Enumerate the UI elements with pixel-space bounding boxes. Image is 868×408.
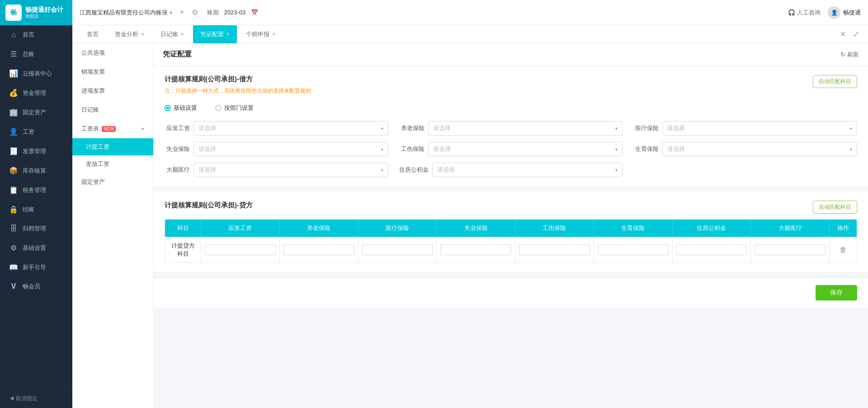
period-label: 账期: [207, 9, 219, 17]
sidebar-item-reports[interactable]: 📊 云报表中心: [0, 64, 72, 83]
sidebar-item-settings[interactable]: ⚙ 基础设置: [0, 238, 72, 258]
field-large-medical-select[interactable]: 请选择 ▾: [193, 163, 388, 177]
sidebar-item-ledger[interactable]: ☰ 总账: [0, 44, 72, 64]
th-unemployment: 失业保险: [437, 220, 515, 237]
left-menu: 公共选项 销项发票 进项发票 日记账 工资表 NEW ▾ 计提工资: [72, 43, 154, 408]
td-large-medical-input[interactable]: [755, 244, 826, 255]
field-pension-placeholder: 请选择: [433, 124, 451, 132]
tab-fund-analysis-close[interactable]: ×: [141, 31, 144, 38]
td-medical-input[interactable]: [362, 244, 433, 255]
field-housing-fund-select[interactable]: 请选择 ▾: [432, 163, 623, 177]
td-pension-val[interactable]: [280, 237, 359, 263]
field-pension-select[interactable]: 请选择 ▾: [428, 121, 623, 136]
field-unemployment-placeholder: 请选择: [198, 145, 216, 153]
close-all-button[interactable]: ✕: [838, 28, 848, 40]
calendar-icon[interactable]: 📅: [251, 9, 258, 16]
td-unemployment-input[interactable]: [440, 244, 511, 255]
td-maternity-input[interactable]: [598, 244, 669, 255]
radio-department[interactable]: 按部门设置: [215, 104, 254, 112]
td-injury-input[interactable]: [519, 244, 590, 255]
table-header: 科目 应发工资 养老保险 医疗保险 失业保险 工伤保险 生育保险 住房公积金 大…: [165, 220, 857, 237]
tax-icon: 📋: [9, 186, 18, 194]
sidebar-item-label: 发票管理: [23, 147, 46, 155]
menu-item-sales-invoice[interactable]: 销项发票: [72, 62, 153, 81]
tab-home[interactable]: 首页: [80, 25, 106, 43]
closing-icon: 🔒: [9, 205, 18, 214]
sidebar-item-salary[interactable]: 👤 工资: [0, 122, 72, 141]
menu-item-journal[interactable]: 日记账: [72, 100, 153, 119]
th-salary: 应发工资: [201, 220, 280, 237]
field-medical-placeholder: 请选择: [667, 124, 685, 132]
td-injury-val[interactable]: [515, 237, 594, 263]
large-medical-dropdown-icon: ▾: [381, 168, 383, 173]
sidebar-item-tax[interactable]: 📋 税务管理: [0, 180, 72, 200]
headset-icon: 🎧: [788, 9, 795, 16]
company-selector[interactable]: 江西服宝精品有限责任公司内账张 ▾: [80, 9, 172, 17]
injury-dropdown-icon: ▾: [615, 147, 618, 152]
radio-group: 基础设置 按部门设置: [165, 104, 857, 112]
chevron-down-icon: ▾: [142, 126, 144, 132]
tab-journal-label: 日记账: [160, 30, 178, 38]
tab-tax-report-close[interactable]: ×: [272, 31, 275, 38]
th-housing: 住房公积金: [673, 220, 751, 237]
logo-text: 畅捷通好会计 旗舰版: [25, 6, 63, 20]
tab-fund-analysis[interactable]: 资金分析 ×: [108, 25, 151, 43]
auto-match-credit-button[interactable]: 自动匹配科目: [813, 201, 857, 214]
menu-item-salary-accrual[interactable]: 计提工资: [72, 138, 153, 155]
right-panel: 凭证配置 ↻ 刷新 计提核算规则(公司承担)-借方 注：只能选择一种方式，系统将…: [154, 43, 868, 408]
sidebar-item-archive[interactable]: 🗄 归档管理: [0, 219, 72, 238]
tab-voucher-config[interactable]: 凭证配置 ×: [193, 25, 237, 43]
service-button[interactable]: 🎧 人工咨询: [788, 9, 821, 17]
td-housing-val[interactable]: [673, 237, 751, 263]
section1-content: 计提核算规则(公司承担)-借方 注：只能选择一种方式，系统将按照您当前的选择来配…: [165, 75, 311, 102]
td-unemployment-val[interactable]: [437, 237, 515, 263]
field-maternity-label: 生育保险: [633, 145, 659, 153]
td-housing-input[interactable]: [676, 244, 747, 255]
auto-match-debit-button[interactable]: 自动匹配科目: [813, 75, 857, 88]
save-button[interactable]: 保存: [816, 285, 857, 300]
tab-journal[interactable]: 日记账 ×: [153, 25, 191, 43]
cancel-pin-button[interactable]: ◀ 取消固定: [0, 389, 72, 408]
td-pension-input[interactable]: [283, 244, 354, 255]
td-medical-val[interactable]: [359, 237, 437, 263]
field-large-medical-label: 大额医疗: [165, 166, 190, 174]
field-maternity-select[interactable]: 请选择 ▾: [662, 142, 857, 156]
td-maternity-val[interactable]: [594, 237, 673, 263]
tab-tax-report[interactable]: 个税申报 ×: [239, 25, 283, 43]
refresh-button[interactable]: ↻ 刷新: [840, 51, 859, 59]
td-salary-input[interactable]: [205, 244, 276, 255]
field-injury-select[interactable]: 请选择 ▾: [428, 142, 623, 156]
radio-basic[interactable]: 基础设置: [165, 104, 197, 112]
menu-item-public[interactable]: 公共选项: [72, 43, 153, 62]
medical-dropdown-icon: ▾: [850, 126, 852, 131]
sidebar-item-funds[interactable]: 💰 资金管理: [0, 83, 72, 103]
menu-item-salary-payment[interactable]: 发放工资: [72, 155, 153, 173]
menu-item-fixed-assets[interactable]: 固定资产: [72, 173, 153, 192]
tab-journal-close[interactable]: ×: [181, 31, 184, 38]
sidebar-item-invoice[interactable]: 🧾 发票管理: [0, 141, 72, 161]
sidebar-item-assets[interactable]: 🏢 固定资产: [0, 103, 72, 122]
field-salary-select[interactable]: 请选择 ▾: [193, 121, 388, 136]
menu-group-salary-table[interactable]: 工资表 NEW ▾: [72, 119, 153, 138]
expand-button[interactable]: ⤢: [851, 28, 861, 40]
td-salary-val[interactable]: [201, 237, 280, 263]
sidebar: 畅 畅捷通好会计 旗舰版 ⌂ 首页 ☰ 总账 📊 云报表中心 💰 资金管理 🏢 …: [0, 0, 72, 408]
sidebar-item-inventory[interactable]: 📦 库存核算: [0, 161, 72, 180]
field-injury: 工伤保险 请选择 ▾: [399, 142, 623, 156]
sidebar-item-home[interactable]: ⌂ 首页: [0, 25, 72, 44]
delete-row-button[interactable]: 🗑: [840, 246, 847, 254]
tab-voucher-config-close[interactable]: ×: [226, 31, 230, 38]
field-unemployment-select[interactable]: 请选择 ▾: [193, 142, 388, 156]
td-large-medical-val[interactable]: [751, 237, 830, 263]
settings-button[interactable]: ⚙: [192, 8, 198, 17]
sidebar-item-guide[interactable]: 📖 新手引导: [0, 258, 72, 277]
user-menu[interactable]: 👤 畅捷通: [828, 6, 861, 19]
menu-item-purchase-invoice[interactable]: 进项发票: [72, 81, 153, 100]
sidebar-item-closing[interactable]: 🔒 结账: [0, 200, 72, 219]
add-account-button[interactable]: +: [178, 8, 186, 17]
tab-tax-report-label: 个税申报: [246, 30, 269, 38]
salary-icon: 👤: [9, 127, 18, 136]
field-medical-select[interactable]: 请选择 ▾: [662, 121, 857, 136]
sidebar-item-vip[interactable]: V 畅会员: [0, 277, 72, 296]
refresh-icon: ↻: [840, 51, 845, 58]
